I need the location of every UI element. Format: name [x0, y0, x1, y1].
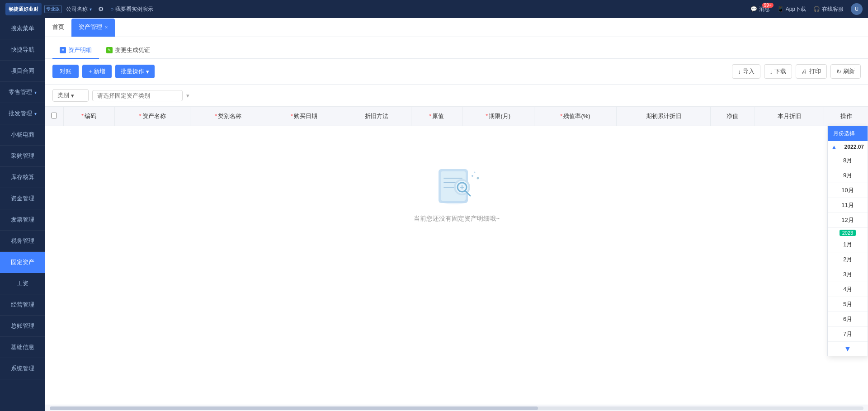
month-item-8[interactable]: 8月	[828, 153, 868, 168]
sidebar-label-finance: 资金管理	[11, 195, 34, 202]
sidebar-item-search[interactable]: 搜索菜单	[0, 18, 45, 39]
download-button[interactable]: ↓ 下载	[764, 64, 793, 79]
sidebar-item-salary[interactable]: 工资	[0, 273, 45, 294]
print-icon: 🖨	[802, 68, 807, 75]
month-item-1[interactable]: 1月	[828, 237, 868, 252]
brand-logo: 畅捷通好业财	[5, 3, 42, 15]
sidebar-item-quicknav[interactable]: 快捷导航	[0, 39, 45, 61]
select-all-checkbox[interactable]	[51, 113, 57, 118]
month-panel-title: 月份选择	[833, 130, 855, 137]
sub-tab-asset-detail[interactable]: ≡ 资产明细	[52, 43, 99, 59]
month-item-10[interactable]: 10月	[828, 183, 868, 198]
tab-asset-management[interactable]: 资产管理 ×	[71, 19, 115, 37]
brand-subtitle: 专业版	[44, 5, 61, 13]
sidebar-label-basic-info: 基础信息	[11, 344, 34, 350]
tab-bar: 首页 资产管理 ×	[45, 18, 868, 37]
print-button[interactable]: 🖨 打印	[796, 64, 827, 79]
import-label: 导入	[743, 67, 755, 76]
toolbar-right: ↓ 导入 ↓ 下载 🖨 打印 ↻ 刷新	[732, 64, 861, 79]
sub-tab-change-voucher-label: 变更生成凭证	[115, 46, 150, 54]
tab-asset-label: 资产管理	[79, 23, 102, 31]
sidebar-item-invoice[interactable]: 发票管理	[0, 209, 45, 231]
month-item-12[interactable]: 12月	[828, 213, 868, 228]
add-label: + 新增	[89, 67, 105, 76]
svg-point-13	[474, 172, 476, 173]
top-bar-right: 💬 消息 99+ 📱 App下载 🎧 在线客服 U	[750, 3, 863, 15]
page-content: ≡ 资产明细 ✎ 变更生成凭证 对账 + 新增 批量操作 ▾	[45, 37, 868, 411]
category-search-input[interactable]	[92, 90, 183, 101]
svg-point-14	[477, 177, 479, 180]
message-badge: 99+	[762, 3, 774, 8]
sidebar-label-fixed-assets: 固定资产	[11, 259, 34, 265]
sidebar-item-inventory[interactable]: 库存核算	[0, 167, 45, 188]
month-nav-down-icon[interactable]: ▼	[844, 345, 851, 353]
expand-icon2: ▾	[34, 111, 37, 116]
sidebar: 搜索菜单 快捷导航 项目合同 零售管理 ▾ 批发管理 ▾ 小畅电商 采购管理 库…	[0, 18, 45, 411]
settings-button[interactable]: ⚙	[96, 4, 106, 14]
app-download-label: App下载	[786, 5, 806, 13]
sidebar-item-general-ledger[interactable]: 总账管理	[0, 316, 45, 337]
sidebar-label-wholesale: 批发管理	[9, 110, 32, 117]
checkbox-col	[45, 107, 63, 126]
online-service-button[interactable]: 🎧 在线客服	[813, 5, 844, 13]
sidebar-item-wholesale[interactable]: 批发管理 ▾	[0, 103, 45, 124]
app-download-button[interactable]: 📱 App下载	[777, 5, 806, 13]
import-button[interactable]: ↓ 导入	[732, 64, 760, 79]
year-label: 2022.07	[844, 144, 864, 150]
match-button[interactable]: 对账	[52, 65, 79, 78]
sidebar-label-retail: 零售管理	[9, 89, 32, 95]
sidebar-item-system[interactable]: 系统管理	[0, 358, 45, 379]
tab-home[interactable]: 首页	[45, 19, 71, 37]
refresh-button[interactable]: ↻ 刷新	[830, 64, 861, 79]
year-display: ▲ 2022.07	[828, 141, 868, 153]
sidebar-label-operations: 经营管理	[11, 301, 34, 308]
col-original-value: *原值	[411, 107, 462, 126]
month-item-4[interactable]: 4月	[828, 282, 868, 297]
horizontal-scrollbar[interactable]	[45, 405, 868, 411]
empty-illustration	[429, 162, 484, 208]
sidebar-item-basic-info[interactable]: 基础信息	[0, 337, 45, 358]
demo-button[interactable]: ○ 我要看实例演示	[110, 5, 153, 13]
month-item-3[interactable]: 3月	[828, 267, 868, 282]
category-select[interactable]: 类别 ▾	[52, 89, 89, 102]
app-icon: 📱	[777, 6, 784, 12]
scroll-thumb	[50, 406, 538, 410]
sidebar-item-project[interactable]: 项目合同	[0, 61, 45, 82]
company-name: 公司名称	[66, 5, 88, 13]
chevron-down-icon: ▾	[90, 7, 92, 12]
month-item-11[interactable]: 11月	[828, 198, 868, 213]
add-button[interactable]: + 新增	[82, 65, 112, 78]
sidebar-label-search: 搜索菜单	[11, 25, 34, 32]
sidebar-label-project: 项目合同	[11, 67, 34, 74]
sidebar-item-ecommerce[interactable]: 小畅电商	[0, 124, 45, 146]
sub-tab-change-voucher[interactable]: ✎ 变更生成凭证	[99, 43, 157, 59]
tab-home-label: 首页	[52, 23, 64, 31]
sidebar-item-purchase[interactable]: 采购管理	[0, 146, 45, 167]
tab-close-icon[interactable]: ×	[105, 24, 108, 30]
sidebar-item-retail[interactable]: 零售管理 ▾	[0, 82, 45, 103]
month-item-6[interactable]: 6月	[828, 312, 868, 327]
asset-table: *编码 *资产名称 *类别名称 *购买日期 折旧方法 *原值 *期限(月) *残…	[45, 107, 868, 259]
company-selector[interactable]: 公司名称 ▾	[66, 5, 92, 13]
batch-button[interactable]: 批量操作 ▾	[115, 65, 155, 78]
up-arrow-icon[interactable]: ▲	[831, 144, 837, 150]
message-icon: 💬	[750, 6, 757, 12]
message-button[interactable]: 💬 消息 99+	[750, 5, 770, 13]
month-item-5[interactable]: 5月	[828, 297, 868, 312]
sidebar-label-inventory: 库存核算	[11, 174, 34, 180]
month-item-7[interactable]: 7月	[828, 327, 868, 342]
download-icon: ↓	[770, 68, 773, 75]
demo-icon: ○	[110, 6, 113, 12]
sidebar-item-operations[interactable]: 经营管理	[0, 294, 45, 316]
sidebar-item-fixed-assets[interactable]: 固定资产	[0, 252, 45, 273]
avatar[interactable]: U	[851, 3, 863, 15]
sidebar-label-purchase: 采购管理	[11, 152, 34, 159]
col-period: *期限(月)	[462, 107, 534, 126]
sidebar-item-finance[interactable]: 资金管理	[0, 188, 45, 209]
col-code: *编码	[63, 107, 114, 126]
month-item-2[interactable]: 2月	[828, 252, 868, 267]
month-item-9[interactable]: 9月	[828, 168, 868, 183]
match-label: 对账	[60, 67, 71, 76]
sidebar-item-tax[interactable]: 税务管理	[0, 231, 45, 252]
headset-icon: 🎧	[813, 6, 820, 12]
